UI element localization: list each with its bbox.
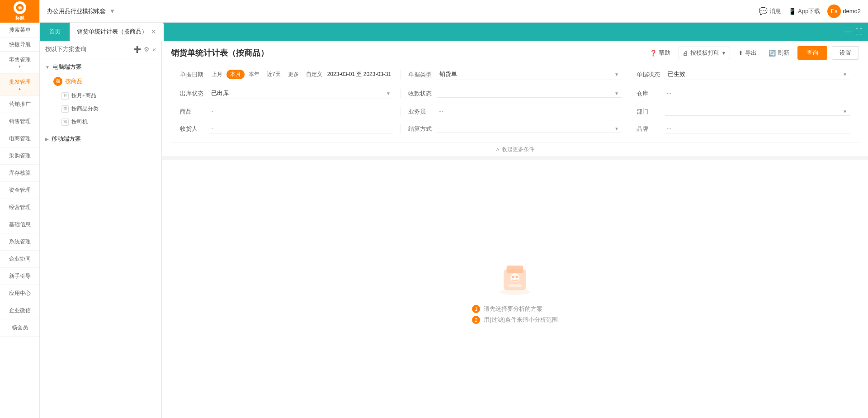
brand-input[interactable]: ···	[665, 124, 850, 133]
sales-label: 销售管理	[9, 118, 31, 125]
help-icon: ❓	[650, 50, 657, 57]
export-label: 导出	[745, 49, 757, 57]
pc-scheme-header[interactable]: ▼ 电脑端方案	[40, 60, 161, 74]
receiver-dots[interactable]: ···	[210, 125, 215, 132]
doc-status-select[interactable]: 已生效 ▼	[665, 69, 850, 80]
date-tab-custom[interactable]: 自定义	[303, 70, 326, 79]
sidebar-item-member[interactable]: 畅会员	[0, 319, 39, 337]
help-btn[interactable]: ❓ 帮助	[646, 47, 674, 59]
collapse-more-btn[interactable]: ∧ 收起更多条件	[171, 142, 859, 156]
tab-home[interactable]: 首页	[40, 23, 70, 41]
avatar-text: Ea	[831, 8, 838, 14]
sidebar-item-basic[interactable]: 基础信息	[0, 216, 39, 233]
empty-tips: 1 请先选择要分析的方案 2 用[过滤]条件来缩小分析范围	[472, 305, 557, 324]
brand-dots[interactable]: ···	[667, 125, 671, 132]
tab-active[interactable]: 销货单统计计表（按商品） ✕	[70, 23, 164, 41]
refresh-btn[interactable]: 🔄 刷新	[765, 47, 793, 59]
user-info[interactable]: Ea demo2	[827, 5, 861, 18]
settings-scheme-btn[interactable]: ⚙	[144, 46, 150, 53]
svg-text:畅: 畅	[18, 5, 22, 10]
dropdown-arrow-icon[interactable]: ▼	[109, 8, 115, 14]
scheme-item-goods[interactable]: 商 按商品	[40, 74, 161, 89]
tab-minimize-icon[interactable]: —	[844, 28, 852, 36]
filter-settle: 结算方式 ▼	[408, 125, 622, 133]
message-btn[interactable]: 💬 消息	[759, 7, 781, 15]
sidebar-item-purchase[interactable]: 采购管理	[0, 147, 39, 165]
dept-select[interactable]: ▼	[665, 108, 850, 116]
sidebar-item-inventory[interactable]: 库存核算	[0, 165, 39, 182]
logo-icon: 畅	[14, 1, 26, 14]
staff-input[interactable]: ···	[437, 107, 622, 116]
print-btn[interactable]: 🖨 按模板打印 ▼	[679, 47, 730, 59]
sidebar-item-operation[interactable]: 经营管理	[0, 199, 39, 216]
out-status-value: 已出库	[211, 89, 384, 97]
goods-dots[interactable]: ···	[210, 108, 215, 114]
sidebar-item-wechat[interactable]: 企业微信	[0, 302, 39, 319]
date-tab-this-year[interactable]: 本年	[245, 70, 263, 79]
print-arrow-icon: ▼	[722, 51, 726, 56]
staff-dots[interactable]: ···	[439, 108, 443, 114]
content-wrapper: 按以下方案查询 ➕ ⚙ « ▼ 电脑端方案 商 按商品 月 按月+	[40, 41, 868, 418]
date-tabs: 上月 本月 本年 近7天 更多 自定义	[208, 70, 326, 79]
scheme-item-month-goods[interactable]: 月 按月+商品	[40, 89, 161, 102]
sidebar-item-app[interactable]: 应用中心	[0, 285, 39, 302]
receiver-input[interactable]: ···	[208, 124, 393, 133]
sidebar-item-ecommerce[interactable]: 电商管理	[0, 130, 39, 147]
mobile-scheme-label: 移动端方案	[52, 135, 81, 143]
collapse-pc-icon: ▼	[45, 65, 50, 70]
filter-row-2: 出库状态 已出库 ▼ 收款状态 ▼	[180, 84, 850, 103]
main-area: 办公用品行业模拟账套 ▼ 💬 消息 📱 App下载 Ea demo2 首页	[40, 0, 868, 418]
sidebar-item-retail[interactable]: 零售管理 ▼	[0, 52, 39, 74]
expand-mobile-icon: ▶	[45, 137, 49, 142]
tab-maximize-icon[interactable]: ⛶	[855, 28, 863, 36]
pc-scheme-group: ▼ 电脑端方案 商 按商品 月 按月+商品 类 按商品分类 司 按司机	[40, 58, 161, 130]
export-btn[interactable]: ⬆ 导出	[735, 47, 760, 59]
goods-input[interactable]: ···	[208, 107, 393, 116]
date-tab-last-month[interactable]: 上月	[208, 70, 226, 79]
print-label: 按模板打印	[690, 49, 720, 57]
scheme-item-driver[interactable]: 司 按司机	[40, 115, 161, 128]
filter-goods: 商品 ···	[180, 107, 393, 116]
date-tab-this-month[interactable]: 本月	[226, 70, 245, 79]
sidebar-item-system[interactable]: 系统管理	[0, 233, 39, 251]
filter-receiver: 收货人 ···	[180, 124, 393, 133]
month-goods-label: 按月+商品	[71, 92, 96, 100]
app-download-btn[interactable]: 📱 App下载	[788, 7, 820, 15]
collapse-panel-btn[interactable]: «	[152, 46, 156, 53]
inventory-label: 库存核算	[9, 169, 31, 177]
search-menu[interactable]: 搜索菜单	[0, 23, 39, 38]
sidebar-item-finance[interactable]: 资金管理	[0, 182, 39, 199]
app-logo[interactable]: 畅 标赋	[0, 0, 39, 23]
svg-point-6	[512, 276, 514, 278]
scheme-item-category[interactable]: 类 按商品分类	[40, 102, 161, 115]
out-status-arrow: ▼	[386, 91, 391, 96]
warehouse-dots[interactable]: ···	[667, 90, 671, 96]
pc-scheme-label: 电脑端方案	[52, 63, 82, 71]
out-status-select[interactable]: 已出库 ▼	[208, 88, 393, 99]
query-button[interactable]: 查询	[797, 46, 827, 60]
quick-nav[interactable]: 快捷导航	[0, 38, 39, 52]
settle-select[interactable]: ▼	[437, 125, 622, 133]
doc-status-value: 已生效	[668, 70, 841, 78]
brand-label: 品牌	[637, 125, 661, 133]
sidebar-item-marketing[interactable]: 营销推广	[0, 96, 39, 113]
sidebar-item-enterprise[interactable]: 企业协同	[0, 251, 39, 268]
mobile-scheme-header[interactable]: ▶ 移动端方案	[40, 132, 161, 146]
filter-collect-status: 收款状态 ▼	[408, 90, 622, 98]
add-scheme-btn[interactable]: ➕	[133, 46, 141, 53]
operation-label: 经营管理	[9, 204, 31, 211]
settle-label: 结算方式	[408, 125, 433, 133]
date-tab-7days[interactable]: 近7天	[264, 70, 284, 79]
tab-close-icon[interactable]: ✕	[151, 28, 156, 35]
sidebar-item-wholesale[interactable]: 批发管理 ▲	[0, 74, 39, 96]
collect-status-select[interactable]: ▼	[437, 90, 622, 98]
date-tab-more[interactable]: 更多	[285, 70, 302, 79]
quick-label: 快捷导航	[9, 41, 31, 48]
settings-button[interactable]: 设置	[832, 46, 859, 60]
doc-type-select[interactable]: 销货单 ▼	[437, 69, 622, 80]
sidebar-item-sales[interactable]: 销售管理	[0, 113, 39, 130]
filter-staff: 业务员 ···	[408, 107, 622, 116]
sidebar-item-guide[interactable]: 新手引导	[0, 268, 39, 285]
warehouse-input[interactable]: ···	[665, 89, 850, 98]
staff-label: 业务员	[408, 108, 433, 116]
